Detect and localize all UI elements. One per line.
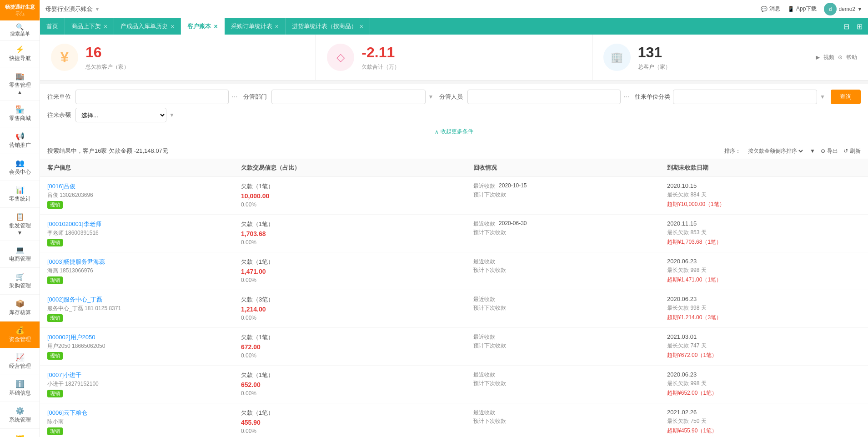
debt-amount-4[interactable]: 672.00: [241, 343, 473, 351]
customer-name-0[interactable]: [0016]吕俊: [47, 182, 241, 191]
sidebar-item-operations[interactable]: 📈 经营管理: [0, 348, 40, 375]
balance-arrow-icon[interactable]: ▼: [169, 112, 175, 118]
customer-phone-5: 小进干 18279152100: [47, 380, 241, 388]
search-menu[interactable]: 🔍 搜索菜单: [0, 20, 40, 40]
tab-purchase-stats[interactable]: 采购订单统计表 ×: [225, 18, 286, 35]
sidebar-item-retail-stats[interactable]: 📊 零售统计: [0, 181, 40, 208]
due-info-1: 2020.11.15 最长欠款 853 天 超期¥1,703.68（1笔）: [667, 220, 861, 246]
sidebar-item-marketing[interactable]: 📢 营销推广: [0, 127, 40, 154]
tab-import-stats-close[interactable]: ×: [360, 23, 363, 30]
tab-customer-account[interactable]: 客户账本 ×: [181, 18, 224, 35]
customer-phone-4: 用户2050 18665062050: [47, 342, 241, 350]
balance-select[interactable]: 选择...: [75, 108, 166, 122]
due-overdue-amount-4[interactable]: 超期¥672.00（1笔）: [667, 352, 861, 359]
return-recent-2: 最近收款: [473, 258, 667, 266]
customer-name-3[interactable]: [0002]服务中心_丁磊: [47, 296, 241, 304]
message-btn[interactable]: 💬 消息: [761, 5, 780, 13]
collapse-button[interactable]: ∧ 收起更多条件: [435, 128, 473, 136]
sort-select[interactable]: 按欠款金额倒序排序: [746, 147, 804, 155]
filter-person: 分管人员 ···: [439, 90, 630, 104]
query-button[interactable]: 查询: [831, 90, 861, 104]
search-menu-label: 搜索菜单: [2, 30, 38, 37]
debt-amount-0[interactable]: 10,000.00: [241, 192, 473, 200]
header-customer: 客户信息: [47, 164, 241, 172]
sort-dropdown-icon[interactable]: ▼: [810, 148, 815, 154]
company-dropdown-icon[interactable]: ▼: [95, 6, 100, 12]
due-date-6: 2021.02.26: [667, 409, 861, 416]
tab-purchase-stats-close[interactable]: ×: [275, 23, 279, 30]
total-customers-value: 131: [638, 44, 671, 61]
due-overdue-amount-2[interactable]: 超期¥1,471.00（1笔）: [667, 276, 861, 284]
batch-mgmt-label: 批发管理: [9, 222, 31, 230]
customer-name-2[interactable]: [0003]畅捷服务尹海蕊: [47, 258, 241, 266]
debt-amount-3[interactable]: 1,214.00: [241, 306, 473, 313]
unit-class-input[interactable]: [673, 90, 817, 104]
username: demo2: [838, 6, 855, 12]
maximize-icon[interactable]: ⊞: [855, 21, 864, 32]
customer-name-5[interactable]: [0007]小进干: [47, 371, 241, 379]
from-unit-dots[interactable]: ···: [231, 93, 237, 101]
sidebar-item-retail-store[interactable]: 🏪 零售商城: [0, 100, 40, 127]
return-recent-4: 最近收款: [473, 333, 667, 341]
due-overdue-amount-5[interactable]: 超期¥652.00（1笔）: [667, 389, 861, 397]
due-overdue-amount-1[interactable]: 超期¥1,703.68（1笔）: [667, 238, 861, 246]
debt-customers-value: 16: [85, 44, 129, 61]
refresh-button[interactable]: ↺ 刷新: [843, 147, 861, 155]
customer-name-6[interactable]: [0006]云下粮仓: [47, 409, 241, 417]
sidebar-item-batch-mgmt[interactable]: 📋 批发管理 ▼: [0, 208, 40, 241]
customer-name-1[interactable]: [0001020001]李老师: [47, 220, 241, 228]
tab-home-label: 首页: [46, 22, 58, 30]
tab-home[interactable]: 首页: [40, 18, 65, 35]
debt-amount-5[interactable]: 652.00: [241, 381, 473, 388]
minimize-icon[interactable]: ⊟: [842, 21, 851, 32]
sidebar-item-ecommerce[interactable]: 💻 电商管理: [0, 241, 40, 268]
sidebar-item-retail-mgmt[interactable]: 🏬 零售管理 ▲: [0, 67, 40, 100]
due-info-2: 2020.06.23 最长欠款 998 天 超期¥1,471.00（1笔）: [667, 258, 861, 284]
sidebar-item-capital[interactable]: 💰 资金管理: [0, 321, 40, 348]
sidebar-item-system[interactable]: ⚙️ 系统管理: [0, 402, 40, 429]
debt-amount-2[interactable]: 1,471.00: [241, 268, 473, 275]
user-menu[interactable]: d demo2 ▼: [824, 3, 863, 15]
unit-class-arrow-icon[interactable]: ▼: [820, 94, 825, 100]
app-download-btn[interactable]: 📱 App下载: [788, 5, 817, 13]
due-overdue-amount-0[interactable]: 超期¥10,000.00（1笔）: [667, 201, 861, 208]
retail-mgmt-arrow: ▲: [17, 89, 23, 95]
tab-products-off-close[interactable]: ×: [104, 23, 107, 30]
from-unit-input[interactable]: [75, 90, 229, 104]
sidebar-item-shortcut[interactable]: ⚡ 快捷导航: [0, 40, 40, 67]
return-recent-label-4: 最近收款: [473, 333, 495, 341]
filter-area: 往来单位 ··· 分管部门 ▼ 分管人员 ··· 往来单位分类: [40, 84, 868, 143]
return-next-label-1: 预计下次收款: [473, 229, 506, 236]
due-overdue-amount-6[interactable]: 超期¥455.90（1笔）: [667, 427, 861, 435]
sidebar-item-inventory[interactable]: 📦 库存核算: [0, 295, 40, 321]
main-area: 母婴行业演示账套 ▼ 💬 消息 📱 App下载 d demo2 ▼ 首页 商品上…: [40, 0, 868, 437]
sidebar-item-member[interactable]: 👥 会员中心: [0, 154, 40, 181]
debt-amount-1[interactable]: 1,703.68: [241, 230, 473, 237]
tab-product-history-close[interactable]: ×: [171, 23, 174, 30]
filter-balance: 往来余额 选择... ▼: [47, 108, 175, 122]
due-overdue-days-1: 最长欠款 853 天: [667, 229, 861, 236]
total-customers-content: 131 总客户（家）: [638, 44, 671, 70]
tab-products-off[interactable]: 商品上下架 ×: [65, 18, 114, 35]
export-button[interactable]: ⊙ 导出: [821, 147, 838, 155]
return-next-0: 预计下次收款: [473, 191, 667, 199]
dept-arrow-icon[interactable]: ▼: [428, 94, 434, 100]
return-next-4: 预计下次收款: [473, 342, 667, 350]
debt-amount-6[interactable]: 455.90: [241, 419, 473, 426]
tab-product-history[interactable]: 产成品入库单历史 ×: [114, 18, 181, 35]
person-input[interactable]: [467, 90, 621, 104]
person-dots[interactable]: ···: [623, 93, 629, 101]
tab-customer-account-close[interactable]: ×: [214, 23, 217, 30]
customer-info-6: [0006]云下粮仓 陈小南 现销: [47, 409, 241, 435]
sidebar-item-basic-info[interactable]: ℹ️ 基础信息: [0, 375, 40, 402]
due-overdue-amount-3[interactable]: 超期¥1,214.00（3笔）: [667, 314, 861, 321]
tab-import-stats[interactable]: 进货单统计表（按商品） ×: [286, 18, 370, 35]
sidebar-item-purchase[interactable]: 🛒 采购管理: [0, 268, 40, 295]
debt-count-0: 欠款（1笔）: [241, 182, 473, 191]
return-info-5: 最近收款 预计下次收款: [473, 371, 667, 388]
customer-name-4[interactable]: [000002]用户2050: [47, 333, 241, 342]
refresh-label: 刷新: [850, 147, 861, 155]
sidebar-item-enterprise[interactable]: 🤝 企业协同: [0, 429, 40, 437]
dept-input[interactable]: [271, 90, 426, 104]
due-overdue-days-2: 最长欠款 998 天: [667, 266, 861, 274]
